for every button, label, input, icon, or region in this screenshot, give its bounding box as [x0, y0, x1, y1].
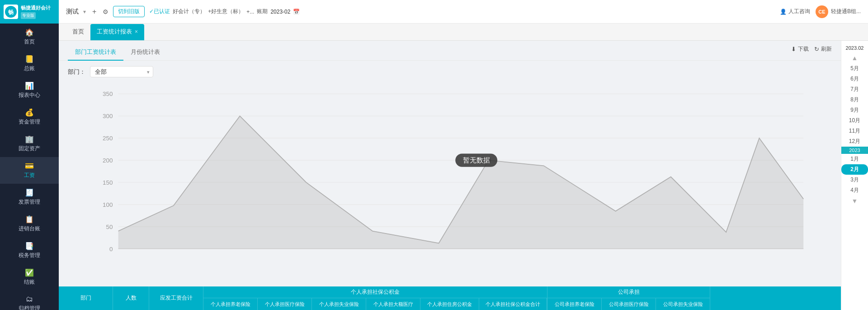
svg-text:暂无数据: 暂无数据 [463, 157, 490, 164]
col-personal-housing-fund: 个人承担住房公积金 [420, 298, 479, 310]
calendar-icon[interactable]: 📅 [293, 9, 300, 15]
topbar-switch-btn[interactable]: 切到旧版 [113, 6, 145, 17]
logo-icon: 畅 [4, 5, 18, 19]
topbar-right: 👤 人工咨询 CE 轻捷通B组... [780, 5, 861, 18]
svg-text:200: 200 [103, 157, 113, 164]
assets-icon: 🏢 [25, 135, 34, 143]
col-personal-unemployment: 个人承担失业保险 [312, 298, 366, 310]
month-7[interactable]: 7月 [841, 84, 868, 95]
month-1[interactable]: 1月 [841, 154, 868, 164]
sub-tab-department[interactable]: 部门工资统计表 [68, 45, 123, 61]
salary-chart: 350 300 250 200 150 100 50 0 [68, 83, 832, 282]
ledger-icon: 📒 [25, 55, 34, 63]
user-name: 轻捷通B组... [831, 8, 861, 15]
avatar: CE [816, 5, 828, 18]
topbar-settings-btn[interactable]: ⚙ [103, 8, 108, 15]
sidebar: 畅 畅捷通好会计 专业版 🏠 首页 📒 总账 📊 报表中心 💰 资金管理 🏢 固… [0, 0, 59, 310]
department-select-wrapper: 全部 销售部 财务部 技术部 [90, 66, 153, 77]
svg-text:畅: 畅 [8, 9, 14, 15]
month-4[interactable]: 4月 [841, 185, 868, 196]
sidebar-logo: 畅 畅捷通好会计 专业版 [0, 0, 59, 24]
sidebar-item-reports[interactable]: 📊 报表中心 [0, 77, 59, 104]
svg-text:300: 300 [103, 113, 113, 119]
svg-text:350: 350 [103, 91, 113, 97]
sub-tab-monthly[interactable]: 月份统计表 [123, 45, 167, 61]
period-label: 账期 [257, 8, 268, 15]
col-company-medical: 公司承担医疗保险 [602, 298, 656, 310]
topbar-dropdown-icon[interactable]: ▾ [83, 9, 86, 15]
main-area: 测试 ▾ + ⚙ 切到旧版 ✓已认证 好会计（专） +好生意（标） +... 账… [59, 0, 868, 310]
topbar-add-btn[interactable]: + [90, 8, 98, 16]
col-count: 人数 [113, 286, 149, 310]
svg-text:0: 0 [109, 246, 113, 253]
more-status: +... [246, 9, 254, 15]
service-btn[interactable]: 👤 人工咨询 [780, 8, 810, 15]
current-year-label: 2023.02 [841, 43, 868, 52]
col-department: 部门 [59, 286, 113, 310]
sidebar-item-home[interactable]: 🏠 首页 [0, 24, 59, 50]
period-value: 2023-02 [270, 9, 290, 15]
content-with-panel: 部门工资统计表 月份统计表 ⬇ 下载 ↻ 刷新 部门： [59, 41, 868, 310]
sidebar-nav: 🏠 首页 📒 总账 📊 报表中心 💰 资金管理 🏢 固定资产 💳 工资 🧾 发票… [0, 24, 59, 310]
group-company-label: 公司承担 [547, 286, 710, 298]
svg-text:50: 50 [106, 224, 113, 230]
logo-text: 畅捷通好会计 专业版 [21, 5, 51, 19]
user-profile[interactable]: CE 轻捷通B组... [816, 5, 861, 18]
service-icon: 👤 [780, 9, 787, 15]
refresh-btn[interactable]: ↻ 刷新 [814, 45, 832, 53]
filter-row: 部门： 全部 销售部 财务部 技术部 [59, 61, 841, 83]
topbar-status: ✓已认证 好会计（专） +好生意（标） +... 账期 2023-02 📅 [149, 8, 300, 15]
col-total-salary: 应发工资合计 [149, 286, 203, 310]
col-personal-major-medical: 个人承担大额医疗 [366, 298, 420, 310]
download-btn[interactable]: ⬇ 下载 [791, 45, 809, 53]
panel-chevron-down[interactable]: ▼ [850, 196, 860, 206]
sidebar-item-ledger[interactable]: 📒 总账 [0, 50, 59, 77]
salary-icon: 💳 [25, 162, 34, 170]
filter-label: 部门： [68, 68, 85, 76]
tab-salary-report[interactable]: 工资统计报表 × [90, 24, 144, 40]
month-5[interactable]: 5月 [841, 63, 868, 74]
sidebar-item-assets[interactable]: 🏢 固定资产 [0, 130, 59, 157]
good-business-status: +好生意（标） [208, 8, 244, 15]
sidebar-item-archive[interactable]: 🗂 归档管理 [0, 291, 59, 310]
department-select[interactable]: 全部 销售部 财务部 技术部 [90, 66, 153, 77]
chart-area: 350 300 250 200 150 100 50 0 [59, 83, 841, 286]
invoice-icon: 🧾 [25, 188, 34, 197]
sidebar-item-settle[interactable]: ✅ 结账 [0, 264, 59, 291]
month-6[interactable]: 6月 [841, 74, 868, 84]
panel-chevron-up[interactable]: ▲ [850, 52, 860, 63]
tax-icon: 📑 [25, 242, 34, 250]
sidebar-item-sales[interactable]: 📋 进销台账 [0, 210, 59, 237]
sidebar-item-salary[interactable]: 💳 工资 [0, 157, 59, 184]
sidebar-item-tax[interactable]: 📑 税务管理 [0, 237, 59, 264]
refresh-icon: ↻ [814, 46, 819, 52]
month-3[interactable]: 3月 [841, 175, 868, 185]
certified-status: ✓已认证 [149, 8, 170, 15]
download-icon: ⬇ [791, 46, 796, 52]
col-company-unemployment: 公司承担失业保险 [656, 298, 710, 310]
group-company: 公司承担 公司承担养老保险 公司承担医疗保险 公司承担失业保险 [547, 286, 710, 310]
svg-text:250: 250 [103, 135, 113, 142]
month-2-active[interactable]: 2月 [841, 164, 868, 175]
sidebar-item-funds[interactable]: 💰 资金管理 [0, 104, 59, 130]
month-9[interactable]: 9月 [841, 105, 868, 115]
month-10[interactable]: 10月 [841, 115, 868, 126]
svg-text:150: 150 [103, 179, 113, 186]
sidebar-item-invoice[interactable]: 🧾 发票管理 [0, 184, 59, 210]
svg-text:100: 100 [103, 201, 113, 208]
month-8[interactable]: 8月 [841, 95, 868, 105]
tab-bar: 首页 工资统计报表 × [59, 24, 868, 41]
group-company-cols: 公司承担养老保险 公司承担医疗保险 公司承担失业保险 [547, 298, 710, 310]
sub-tabs-actions: ⬇ 下载 ↻ 刷新 [791, 45, 832, 53]
tab-home[interactable]: 首页 [66, 24, 90, 40]
month-11[interactable]: 11月 [841, 126, 868, 136]
topbar-title: 测试 [66, 8, 79, 16]
tab-close-btn[interactable]: × [135, 29, 138, 35]
funds-icon: 💰 [25, 108, 34, 117]
reports-icon: 📊 [25, 81, 34, 90]
year-2023-label: 2023 [841, 147, 868, 154]
col-personal-total: 个人承担社保公积金合计 [479, 298, 547, 310]
month-12[interactable]: 12月 [841, 136, 868, 147]
right-panel: 2023.02 ▲ 5月 6月 7月 8月 9月 10月 11月 12月 202… [841, 41, 868, 310]
group-personal-cols: 个人承担养老保险 个人承担医疗保险 个人承担失业保险 个人承担大额医疗 个人承担… [203, 298, 547, 310]
